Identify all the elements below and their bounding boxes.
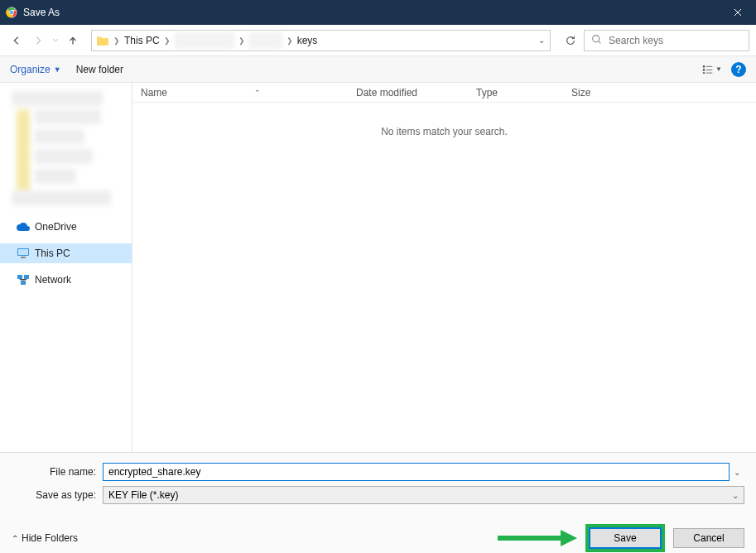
- search-box[interactable]: [584, 30, 749, 51]
- address-dropdown[interactable]: ⌄: [533, 36, 550, 45]
- column-date[interactable]: Date modified: [348, 87, 468, 99]
- refresh-button[interactable]: [559, 35, 582, 46]
- svg-rect-8: [706, 70, 712, 70]
- chevron-down-icon: ⌄: [732, 491, 739, 500]
- chrome-icon: [0, 7, 23, 18]
- window-title: Save As: [23, 7, 719, 18]
- onedrive-icon: [17, 220, 30, 233]
- tree-label: Network: [35, 274, 71, 286]
- chevron-right-icon: ❯: [112, 36, 122, 45]
- column-size[interactable]: Size: [563, 87, 629, 99]
- svg-rect-7: [706, 65, 712, 66]
- svg-rect-4: [703, 65, 705, 67]
- column-name[interactable]: Name ⌃: [132, 87, 348, 99]
- hide-folders-toggle[interactable]: ⌃ Hide Folders: [12, 532, 78, 544]
- breadcrumb-thispc[interactable]: This PC: [122, 31, 162, 50]
- cancel-button[interactable]: Cancel: [673, 528, 744, 548]
- tree-item-network[interactable]: Network: [0, 270, 132, 290]
- folder-icon: [94, 31, 112, 50]
- save-panel: File name: ⌄ Save as type: KEY File (*.k…: [0, 452, 756, 553]
- sort-caret-icon: ⌃: [254, 89, 261, 97]
- filetype-label: Save as type:: [12, 489, 103, 501]
- titlebar: Save As: [0, 0, 756, 25]
- svg-rect-15: [21, 281, 26, 285]
- nav-toolbar: ❯ This PC ❯ ❯ ❯ keys ⌄: [0, 25, 756, 56]
- svg-rect-13: [17, 275, 22, 279]
- svg-point-2: [10, 11, 13, 14]
- organize-label: Organize: [10, 64, 51, 75]
- annotation-arrow: [498, 527, 577, 550]
- close-button[interactable]: [719, 0, 756, 25]
- address-bar[interactable]: ❯ This PC ❯ ❯ ❯ keys ⌄: [91, 30, 551, 51]
- tree-item-thispc[interactable]: This PC: [0, 243, 132, 263]
- tree-item-onedrive[interactable]: OneDrive: [0, 217, 132, 237]
- filetype-value: KEY File (*.key): [108, 489, 178, 501]
- svg-rect-14: [24, 275, 29, 279]
- search-input[interactable]: [607, 34, 742, 47]
- new-folder-button[interactable]: New folder: [76, 64, 123, 75]
- organize-menu[interactable]: Organize ▼: [10, 64, 61, 75]
- monitor-icon: [17, 247, 30, 260]
- chevron-right-icon: ❯: [162, 36, 172, 45]
- close-icon: [734, 8, 742, 17]
- hide-folders-label: Hide Folders: [22, 532, 78, 544]
- svg-rect-11: [18, 249, 28, 255]
- recent-dropdown[interactable]: [50, 31, 61, 50]
- annotation-highlight: Save: [585, 524, 665, 552]
- breadcrumb-keys[interactable]: keys: [295, 31, 320, 50]
- command-bar: Organize ▼ New folder ▼ ?: [0, 56, 756, 83]
- filetype-select[interactable]: KEY File (*.key) ⌄: [103, 486, 744, 504]
- breadcrumb-redacted: [249, 32, 282, 49]
- back-button[interactable]: [7, 31, 26, 50]
- view-options-button[interactable]: ▼: [701, 60, 723, 79]
- search-icon: [591, 33, 602, 48]
- chevron-right-icon: ❯: [237, 36, 247, 45]
- up-button[interactable]: [63, 31, 83, 50]
- breadcrumb-redacted: [175, 32, 234, 49]
- help-button[interactable]: ?: [731, 62, 746, 77]
- quick-access-redacted: [12, 91, 119, 207]
- tree-label: This PC: [35, 248, 70, 259]
- svg-rect-6: [703, 72, 705, 74]
- chevron-right-icon: ❯: [285, 36, 295, 45]
- column-label: Name: [141, 87, 167, 99]
- content-area: OneDrive This PC Network Name ⌃ Date mod…: [0, 83, 756, 452]
- chevron-down-icon: ▼: [54, 65, 61, 74]
- chevron-down-icon: ▼: [715, 65, 722, 73]
- chevron-up-icon: ⌃: [12, 534, 18, 543]
- empty-message: No items match your search.: [132, 103, 756, 452]
- svg-rect-12: [21, 257, 26, 258]
- svg-marker-17: [561, 530, 577, 546]
- svg-rect-5: [703, 69, 705, 70]
- navigation-pane: OneDrive This PC Network: [0, 83, 132, 452]
- network-icon: [17, 273, 30, 286]
- filename-label: File name:: [12, 466, 103, 478]
- filename-dropdown[interactable]: ⌄: [730, 468, 744, 477]
- svg-point-3: [593, 35, 600, 41]
- tree-label: OneDrive: [35, 221, 77, 233]
- save-button[interactable]: Save: [590, 528, 661, 548]
- column-headers: Name ⌃ Date modified Type Size: [132, 83, 756, 103]
- column-type[interactable]: Type: [468, 87, 563, 99]
- forward-button[interactable]: [28, 31, 48, 50]
- svg-rect-9: [706, 72, 712, 73]
- filename-input[interactable]: [103, 463, 730, 481]
- file-list: Name ⌃ Date modified Type Size No items …: [132, 83, 756, 452]
